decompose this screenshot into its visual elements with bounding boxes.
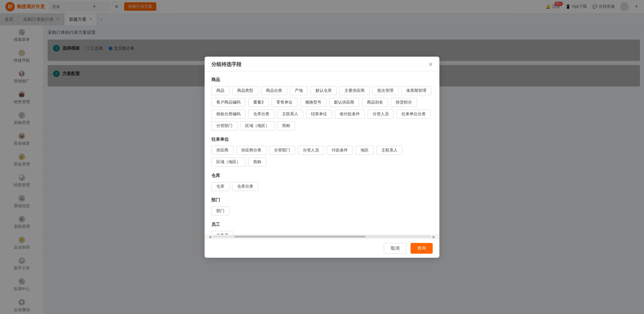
section-dept: 部门 部门 — [211, 197, 433, 215]
horizontal-scrollbar-thumb[interactable] — [234, 236, 366, 238]
field-tag-product[interactable]: 商品 — [211, 86, 229, 95]
field-tag-product-category[interactable]: 商品分类 — [261, 86, 287, 95]
scroll-right-arrow[interactable]: ▶ — [431, 235, 437, 239]
field-tag-product-alias[interactable]: 商品别名 — [362, 98, 388, 107]
section-product: 商品 商品 商品类型 商品分类 产地 默认仓库 主要供应商 批次管理 保质期管理… — [211, 77, 433, 130]
section-employee-title: 员工 — [211, 222, 433, 228]
field-tag-partner-category[interactable]: 往来单位分类 — [396, 110, 431, 119]
field-tag-shelf-life[interactable]: 保质期管理 — [401, 86, 431, 95]
section-warehouse: 仓库 仓库 仓库分类 — [211, 173, 433, 191]
field-tag-main-supplier[interactable]: 主要供应商 — [339, 86, 370, 95]
field-tag-region[interactable]: 区域（地区） — [240, 121, 274, 130]
field-tag-warehouse-cat[interactable]: 仓库分类 — [232, 182, 258, 191]
modal-overlay: 分组待选字段 ✕ 商品 商品 商品类型 商品分类 产地 默认仓库 主要供应商 批… — [0, 0, 644, 314]
field-tag-spec-model[interactable]: 规格型号 — [300, 98, 326, 107]
section-warehouse-tags: 仓库 仓库分类 — [211, 182, 433, 191]
modal-scrollbar[interactable]: ◀ ▶ — [205, 235, 439, 239]
section-partner: 往来单位 供应商 供应商分类 分管部门 分管人员 付款条件 地区 主联系人 区域… — [211, 136, 433, 167]
section-dept-title: 部门 — [211, 197, 433, 203]
cancel-button[interactable]: 取消 — [384, 243, 407, 254]
field-tag-partner-contact[interactable]: 主联系人 — [376, 146, 402, 155]
field-tag-customer-code[interactable]: 客户商品编码 — [211, 98, 246, 107]
field-tag-warehouse-category[interactable]: 仓库分类 — [248, 110, 274, 119]
field-tag-payment-terms[interactable]: 收付款条件 — [335, 110, 365, 119]
field-tag-weight3[interactable]: 重量3 — [248, 98, 269, 107]
field-tag-supplier-category[interactable]: 供应商分类 — [236, 146, 266, 155]
field-tag-salesperson[interactable]: 业务员 — [211, 231, 233, 235]
modal-footer: 取消 查询 — [205, 239, 439, 258]
field-tag-warehouse[interactable]: 仓库 — [211, 182, 229, 191]
horizontal-scrollbar[interactable] — [213, 236, 431, 238]
field-tag-partner-region[interactable]: 区域（地区） — [211, 158, 246, 167]
confirm-button[interactable]: 查询 — [411, 243, 433, 254]
field-tag-partner-dept[interactable]: 分管部门 — [269, 146, 295, 155]
section-employee-tags: 业务员 — [211, 231, 433, 235]
section-partner-title: 往来单位 — [211, 136, 433, 142]
section-partner-tags: 供应商 供应商分类 分管部门 分管人员 付款条件 地区 主联系人 区域（地区） … — [211, 146, 433, 167]
field-tag-settlement-unit[interactable]: 结算单位 — [306, 110, 332, 119]
field-tag-payment-condition[interactable]: 付款条件 — [327, 146, 353, 155]
field-select-modal: 分组待选字段 ✕ 商品 商品 商品类型 商品分类 产地 默认仓库 主要供应商 批… — [205, 57, 439, 258]
field-tag-supervisor[interactable]: 分管人员 — [368, 110, 394, 119]
field-tag-supplier[interactable]: 供应商 — [211, 146, 233, 155]
field-tag-origin[interactable]: 产地 — [290, 86, 308, 95]
modal-close-button[interactable]: ✕ — [428, 61, 433, 68]
section-warehouse-title: 仓库 — [211, 173, 433, 179]
scroll-left-arrow[interactable]: ◀ — [207, 235, 213, 239]
field-tag-main-contact[interactable]: 主联系人 — [277, 110, 303, 119]
field-tag-tax-code[interactable]: 税收分类编码 — [211, 110, 246, 119]
modal-header: 分组待选字段 ✕ — [205, 57, 439, 71]
section-product-tags: 商品 商品类型 商品分类 产地 默认仓库 主要供应商 批次管理 保质期管理 客户… — [211, 86, 433, 130]
field-tag-default-supplier[interactable]: 默认供应商 — [329, 98, 359, 107]
field-tag-manage-dept[interactable]: 分管部门 — [211, 121, 237, 130]
field-tag-batch-manage[interactable]: 批次管理 — [372, 86, 398, 95]
field-tag-product-type[interactable]: 商品类型 — [232, 86, 258, 95]
field-tag-split-points[interactable]: 拆货积分 — [391, 98, 417, 107]
field-tag-partner-supervisor[interactable]: 分管人员 — [298, 146, 324, 155]
section-product-title: 商品 — [211, 77, 433, 83]
modal-title: 分组待选字段 — [211, 61, 241, 68]
field-tag-dept[interactable]: 部门 — [211, 206, 229, 215]
field-tag-partner-short[interactable]: 简称 — [248, 158, 266, 167]
modal-body[interactable]: 商品 商品 商品类型 商品分类 产地 默认仓库 主要供应商 批次管理 保质期管理… — [205, 71, 439, 235]
field-tag-default-warehouse[interactable]: 默认仓库 — [311, 86, 337, 95]
section-dept-tags: 部门 — [211, 206, 433, 215]
field-tag-short-name[interactable]: 简称 — [277, 121, 295, 130]
field-tag-area[interactable]: 地区 — [356, 146, 374, 155]
section-employee: 员工 业务员 — [211, 222, 433, 235]
field-tag-retail-unit[interactable]: 零售单位 — [271, 98, 298, 107]
